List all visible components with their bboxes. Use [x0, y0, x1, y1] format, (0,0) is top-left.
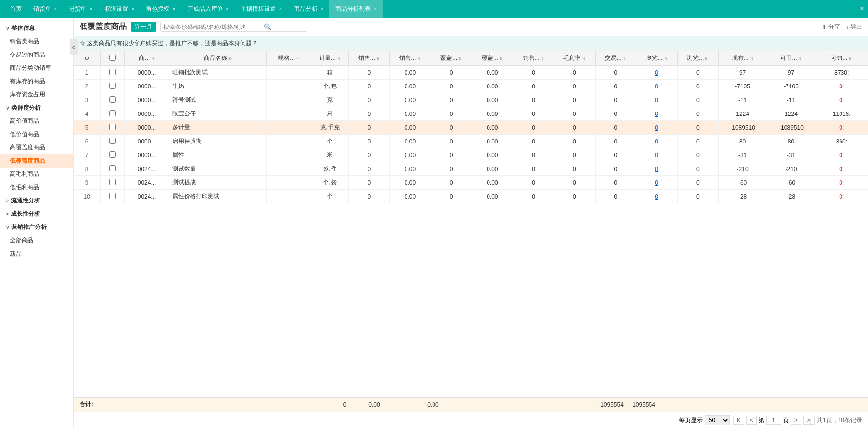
sort-browse1-icon[interactable]: ⇅	[664, 56, 668, 61]
sidebar-item-category-rate[interactable]: 商品分类动销率	[0, 61, 73, 75]
row-checkbox-9[interactable]	[109, 193, 116, 199]
share-button[interactable]: ⬆ 分享	[822, 23, 840, 31]
nav-tab-product-in[interactable]: 产成品入库单 ×	[182, 0, 235, 18]
row-browse1[interactable]: 0	[636, 93, 678, 107]
row-browse1[interactable]: 0	[636, 121, 678, 135]
sort-current-stock-icon[interactable]: ⇅	[750, 56, 754, 61]
sort-unit-icon[interactable]: ⇅	[337, 56, 341, 61]
sidebar-item-low-margin[interactable]: 低毛利商品	[0, 181, 73, 194]
close-analysis-list-tab[interactable]: ×	[374, 6, 377, 12]
sidebar-item-all-goods[interactable]: 全部商品	[0, 234, 73, 247]
sort-name-icon[interactable]: ⇅	[228, 56, 232, 61]
sort-transaction-icon[interactable]: ⇅	[623, 56, 626, 61]
row-checkbox-7[interactable]	[109, 165, 116, 171]
sort-available-icon[interactable]: ⇅	[798, 56, 802, 61]
row-checkbox-4[interactable]	[109, 124, 116, 130]
close-product-in-tab[interactable]: ×	[226, 6, 229, 12]
row-checkbox-cell[interactable]	[101, 162, 125, 176]
next-page-button[interactable]: >	[791, 416, 801, 425]
sidebar-item-sales-goods[interactable]: 销售类商品	[0, 35, 73, 48]
first-page-button[interactable]: K	[733, 416, 744, 425]
th-sellable[interactable]: 可销...⇅	[815, 51, 868, 66]
nav-tab-analysis-list[interactable]: 商品分析列表 ×	[329, 0, 382, 18]
close-all-tabs[interactable]: ×	[860, 4, 864, 13]
th-sales-qty[interactable]: 销售...⇅	[349, 51, 390, 66]
row-checkbox-cell[interactable]	[101, 148, 125, 162]
row-browse1[interactable]: 0	[636, 176, 678, 190]
sidebar-section-overview[interactable]: ∨ 整体信息	[0, 22, 73, 35]
sidebar-item-high-margin[interactable]: 高毛利商品	[0, 168, 73, 181]
row-browse1[interactable]: 0	[636, 66, 678, 80]
sort-coverage1-icon[interactable]: ⇅	[458, 56, 462, 61]
sort-browse2-icon[interactable]: ⇅	[705, 56, 708, 61]
th-current-stock[interactable]: 现有...⇅	[718, 51, 767, 66]
th-coverage1[interactable]: 覆盖...⇅	[431, 51, 472, 66]
sort-sales3-icon[interactable]: ⇅	[541, 56, 544, 61]
close-role-tab[interactable]: ×	[172, 6, 175, 12]
row-browse1[interactable]: 0	[636, 162, 678, 176]
row-checkbox-cell[interactable]	[101, 93, 125, 107]
row-checkbox-3[interactable]	[109, 110, 116, 116]
th-coverage2[interactable]: 覆盖...⇅	[472, 51, 513, 66]
row-browse1[interactable]: 0	[636, 135, 678, 148]
th-sales3[interactable]: 销售...⇅	[513, 51, 554, 66]
sidebar-section-marketing[interactable]: ∨ 营销推广分析	[0, 221, 73, 234]
last-page-button[interactable]: >|	[803, 416, 815, 425]
sidebar-item-new-goods[interactable]: 新品	[0, 247, 73, 260]
nav-tab-role[interactable]: 角色授权 ×	[140, 0, 181, 18]
period-button[interactable]: 近一月	[131, 22, 156, 32]
sidebar-item-low-coverage[interactable]: 低覆盖度商品	[0, 154, 73, 168]
row-checkbox-cell[interactable]	[101, 80, 125, 93]
th-spec[interactable]: 规格...⇅	[267, 51, 311, 66]
sort-coverage2-icon[interactable]: ⇅	[499, 56, 503, 61]
th-checkbox[interactable]	[101, 51, 125, 66]
row-browse1[interactable]: 0	[636, 148, 678, 162]
close-permission-tab[interactable]: ×	[131, 6, 134, 12]
sort-sales-amt-icon[interactable]: ⇅	[417, 56, 421, 61]
sort-code-icon[interactable]: ⇅	[151, 56, 155, 61]
th-available[interactable]: 可用...⇅	[767, 51, 815, 66]
page-size-dropdown[interactable]: 50 20 100	[705, 415, 730, 425]
th-code[interactable]: 商...⇅	[124, 51, 169, 66]
sidebar-item-inventory-capital[interactable]: 库存资金占用	[0, 88, 73, 101]
close-sales-tab[interactable]: ×	[54, 6, 57, 12]
row-checkbox-cell[interactable]	[101, 135, 125, 148]
sidebar-item-traded-goods[interactable]: 交易过的商品	[0, 48, 73, 61]
sidebar-item-low-value[interactable]: 低价值商品	[0, 128, 73, 141]
row-checkbox-0[interactable]	[109, 69, 116, 75]
row-checkbox-cell[interactable]	[101, 121, 125, 135]
row-browse1[interactable]: 0	[636, 107, 678, 121]
row-checkbox-6[interactable]	[109, 151, 116, 158]
search-input[interactable]	[163, 24, 262, 30]
close-template-tab[interactable]: ×	[279, 6, 282, 12]
th-browse2[interactable]: 浏览...⇅	[677, 51, 718, 66]
sidebar-section-growth[interactable]: > 成长性分析	[0, 207, 73, 221]
th-gross-margin[interactable]: 毛利率⇅	[554, 51, 595, 66]
row-checkbox-cell[interactable]	[101, 190, 125, 203]
th-unit[interactable]: 计量...⇅	[311, 51, 349, 66]
row-checkbox-2[interactable]	[109, 96, 116, 103]
close-purchase-tab[interactable]: ×	[89, 6, 92, 12]
th-browse1[interactable]: 浏览...⇅	[636, 51, 678, 66]
sidebar-collapse-button[interactable]: «	[70, 39, 78, 55]
nav-tab-permission[interactable]: 权限设置 ×	[99, 0, 140, 18]
select-all-checkbox[interactable]	[109, 55, 116, 61]
row-checkbox-cell[interactable]	[101, 107, 125, 121]
th-settings[interactable]: ⚙	[74, 51, 101, 66]
th-transaction[interactable]: 交易...⇅	[595, 51, 636, 66]
sort-spec-icon[interactable]: ⇅	[296, 56, 299, 61]
row-checkbox-cell[interactable]	[101, 66, 125, 80]
sort-gross-margin-icon[interactable]: ⇅	[582, 56, 586, 61]
sort-sellable-icon[interactable]: ⇅	[848, 56, 852, 61]
sort-sales-qty-icon[interactable]: ⇅	[376, 56, 380, 61]
sidebar-item-stocked-goods[interactable]: 有库存的商品	[0, 75, 73, 88]
row-browse1[interactable]: 0	[636, 80, 678, 93]
export-button[interactable]: ↓ 导出	[846, 23, 862, 31]
sidebar-item-high-value[interactable]: 高价值商品	[0, 114, 73, 128]
nav-tab-home[interactable]: 首页	[4, 0, 27, 18]
sidebar-item-high-coverage[interactable]: 高覆盖度商品	[0, 141, 73, 154]
close-analysis-tab[interactable]: ×	[321, 6, 324, 12]
row-checkbox-1[interactable]	[109, 83, 116, 89]
nav-tab-sales[interactable]: 销货单 ×	[27, 0, 63, 18]
sidebar-section-circulation[interactable]: > 流通性分析	[0, 194, 73, 207]
